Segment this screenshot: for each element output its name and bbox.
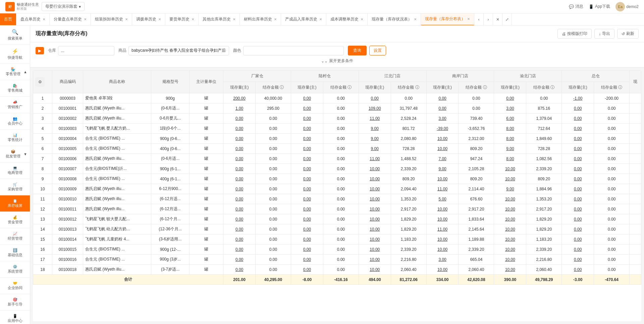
goods-input[interactable] (128, 46, 229, 55)
refresh-button[interactable]: ↺ 刷新 (617, 29, 639, 39)
close-icon[interactable]: ✕ (361, 17, 363, 21)
row-factory-qty[interactable]: 200.00 (223, 93, 256, 103)
sidebar-item-retail-mgmt[interactable]: 🏪 零售管理 ▲ (0, 64, 30, 80)
row-total-qty[interactable]: 0.00 (562, 184, 594, 194)
tab-close-all-btn[interactable]: ✕ (493, 13, 502, 26)
tab-expand-btn[interactable]: ⤢ (502, 13, 512, 26)
row-total-qty[interactable]: 0.00 (562, 103, 594, 113)
app-download-action[interactable]: 📱 App下载 (589, 4, 610, 9)
row-factory-qty[interactable]: 0.00 (223, 154, 256, 164)
tab-cost-adjust-history[interactable]: 成本调整单历史 ✕ (326, 13, 368, 26)
row-factory-qty[interactable]: 0.00 (223, 124, 256, 134)
close-icon[interactable]: ✕ (233, 17, 235, 21)
row-factory-qty[interactable]: 0.00 (223, 164, 256, 174)
row-yubei-qty[interactable]: 8.00 (494, 154, 526, 164)
row-nanan-qty[interactable]: 9.00 (426, 164, 459, 174)
sidebar-item-marketing[interactable]: 📣 营销推广 (0, 97, 30, 113)
row-lucun-qty[interactable]: 0.00 (291, 254, 323, 265)
row-nanan-qty[interactable]: 5.00 (426, 194, 459, 204)
row-factory-qty[interactable]: 0.00 (223, 224, 256, 234)
row-nanan-qty[interactable]: 10.00 (426, 144, 459, 154)
row-yubei-qty[interactable]: 10.00 (494, 244, 526, 254)
row-factory-qty[interactable]: 0.00 (223, 113, 256, 124)
row-jiangbei-qty[interactable]: 10.00 (359, 265, 391, 275)
row-factory-qty[interactable]: 0.00 (223, 214, 256, 224)
row-lucun-qty[interactable]: 0.00 (291, 224, 323, 234)
sidebar-item-enterprise-collab[interactable]: 🤝 企业协同 (0, 278, 30, 294)
tab-requisition-history[interactable]: 要货单历史 ✕ (165, 13, 199, 26)
tab-finished-in-history[interactable]: 产成品入库单历史 ✕ (281, 13, 326, 26)
print-button[interactable]: 🖨 按模版打印 (557, 29, 592, 39)
row-total-qty[interactable]: 0.00 (562, 194, 594, 204)
row-total-qty[interactable]: 0.00 (562, 224, 594, 234)
color-input[interactable] (243, 46, 344, 55)
close-icon[interactable]: ✕ (467, 17, 470, 21)
row-total-qty[interactable]: 0.00 (562, 124, 594, 134)
row-nanan-qty[interactable]: 3.00 (426, 113, 459, 124)
row-nanan-qty[interactable]: 0.00 (426, 93, 459, 103)
row-lucun-qty[interactable]: 0.00 (291, 244, 323, 254)
row-yubei-qty[interactable]: 8.00 (494, 134, 526, 144)
row-lucun-qty[interactable]: 0.00 (291, 164, 323, 174)
row-jiangbei-qty[interactable]: 109.00 (359, 103, 391, 113)
row-lucun-qty[interactable]: 0.00 (291, 134, 323, 144)
row-lucun-qty[interactable]: 0.00 (291, 144, 323, 154)
row-factory-qty[interactable]: 0.00 (223, 254, 256, 265)
row-lucun-qty[interactable]: 0.00 (291, 174, 323, 184)
tab-next-btn[interactable]: › (484, 13, 493, 26)
sidebar-item-inventory-check[interactable]: 📋 库存核算 (0, 195, 30, 212)
row-jiangbei-qty[interactable]: 9.00 (359, 144, 391, 154)
close-icon[interactable]: ✕ (158, 17, 161, 21)
row-total-qty[interactable]: -1.00 (562, 93, 594, 103)
row-factory-qty[interactable]: 0.00 (223, 134, 256, 144)
row-yubei-qty[interactable]: 10.00 (494, 204, 526, 214)
export-button[interactable]: ↓ 导出 (594, 29, 614, 39)
settings-icon[interactable]: ⚙ (35, 77, 45, 87)
tab-assembly-history[interactable]: 组装拆卸单历史 ✕ (91, 13, 132, 26)
user-profile[interactable]: Ea demo2 (615, 2, 639, 11)
close-icon[interactable]: ✕ (274, 17, 277, 21)
row-total-qty[interactable]: 0.00 (562, 134, 594, 144)
row-yubei-qty[interactable]: 10.00 (494, 234, 526, 244)
close-icon[interactable]: ✕ (414, 17, 417, 21)
row-jiangbei-qty[interactable]: 10.00 (359, 234, 391, 244)
row-lucun-qty[interactable]: 0.00 (291, 154, 323, 164)
tab-home[interactable]: 首页 (0, 13, 16, 26)
expand-conditions-btn[interactable]: ⌄⌄ 展开更多条件 (321, 58, 353, 64)
sidebar-item-ecommerce[interactable]: 💻 电商管理 (0, 163, 30, 179)
row-factory-qty[interactable]: 0.00 (223, 204, 256, 214)
row-jiangbei-qty[interactable]: 10.00 (359, 224, 391, 234)
row-lucun-qty[interactable]: 0.00 (291, 113, 323, 124)
row-yubei-qty[interactable]: 10.00 (494, 214, 526, 224)
row-factory-qty[interactable]: 0.00 (223, 234, 256, 244)
row-nanan-qty[interactable]: 11.00 (426, 224, 459, 234)
sidebar-item-new-guide[interactable]: 🎯 新手引导 (0, 294, 30, 311)
row-factory-qty[interactable]: 0.00 (223, 174, 256, 184)
row-total-qty[interactable]: 0.00 (562, 144, 594, 154)
row-nanan-qty[interactable]: 10.00 (426, 214, 459, 224)
row-yubei-qty[interactable]: 10.00 (494, 224, 526, 234)
close-icon[interactable]: ✕ (319, 17, 322, 21)
row-jiangbei-qty[interactable]: 10.00 (359, 194, 391, 204)
row-yubei-qty[interactable]: 9.00 (494, 144, 526, 154)
collapse-search-btn[interactable]: ▶ (36, 47, 44, 54)
row-yubei-qty[interactable]: 0.00 (494, 93, 526, 103)
row-jiangbei-qty[interactable]: 10.00 (359, 214, 391, 224)
row-nanan-qty[interactable]: 10.00 (426, 244, 459, 254)
sidebar-item-retail-stats[interactable]: 📊 零售统计 (0, 130, 30, 146)
setting-button[interactable]: 设置 (369, 46, 386, 55)
close-icon[interactable]: ✕ (84, 17, 87, 21)
row-lucun-qty[interactable]: 0.00 (291, 184, 323, 194)
warehouse-input[interactable] (58, 46, 114, 55)
row-nanan-qty[interactable]: 10.00 (426, 134, 459, 144)
row-total-qty[interactable]: 0.00 (562, 214, 594, 224)
sidebar-item-wholesale-mgmt[interactable]: 📦 批发管理 ▼ (0, 146, 30, 163)
tab-material-out-history[interactable]: 材料出库单历史 ✕ (240, 13, 281, 26)
row-nanan-qty[interactable]: 10.00 (426, 204, 459, 214)
row-nanan-qty[interactable]: 11.00 (426, 184, 459, 194)
row-nanan-qty[interactable]: 10.00 (426, 265, 459, 275)
row-jiangbei-qty[interactable]: 10.00 (359, 204, 391, 214)
query-button[interactable]: 查询 (348, 46, 367, 55)
close-icon[interactable]: ✕ (192, 17, 194, 21)
row-total-qty[interactable]: 0.00 (562, 265, 594, 275)
